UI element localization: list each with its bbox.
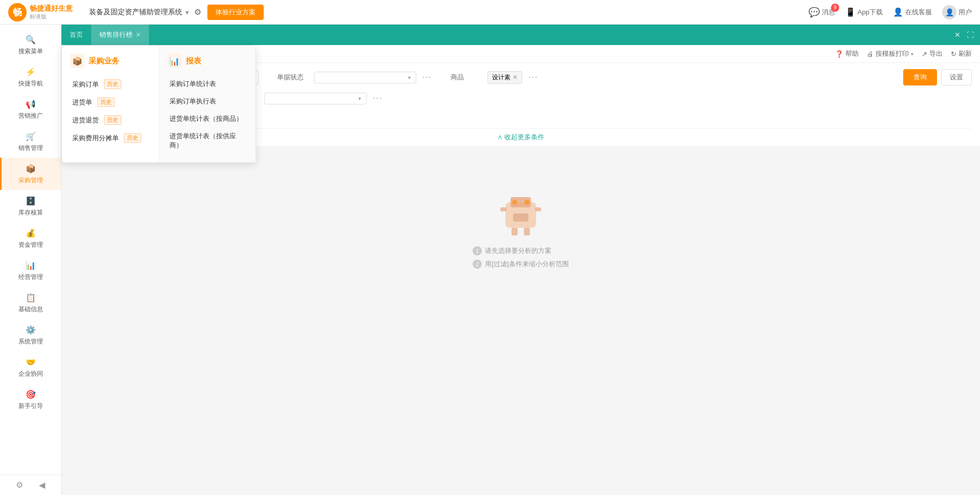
- empty-illustration: [490, 187, 551, 238]
- system-icon: ⚙️: [25, 324, 36, 335]
- salesperson-select[interactable]: ▾: [264, 93, 367, 104]
- menu-col-purchase: 📦 采购业务 采购订单 历史 进货单 历史 进货退货 历史 采购费用分摊单 历史: [62, 46, 159, 162]
- user-avatar: 👤: [942, 5, 956, 19]
- history-badge-1: 历史: [97, 97, 115, 107]
- sidebar-collapse-icon[interactable]: ◀: [39, 480, 45, 490]
- empty-text: 1 请先选择要分析的方案 2 用[过滤]条件来缩小分析范围: [473, 244, 568, 271]
- report-menu-icon: 📊: [167, 54, 182, 68]
- status-select[interactable]: ▾: [314, 72, 416, 83]
- newbie-icon: 🎯: [25, 389, 36, 400]
- quick-nav-icon: ⚡: [25, 66, 36, 77]
- sidebar-item-sales[interactable]: 🛒 销售管理: [0, 125, 61, 158]
- menu-item-po-execution[interactable]: 采购订单执行表: [167, 93, 248, 110]
- sidebar-item-quick-nav[interactable]: ⚡ 快捷导航: [0, 61, 61, 93]
- app-download-btn[interactable]: 📱 App下载: [845, 7, 883, 17]
- system-title: 装备及固定资产辅助管理系统 ▾ ⚙: [89, 7, 201, 17]
- sidebar-item-finance[interactable]: 💰 资金管理: [0, 222, 61, 254]
- logo-text: 畅捷通好生意 标准版: [30, 4, 73, 20]
- settings-btn[interactable]: 设置: [941, 69, 972, 85]
- menu-item-receipt-by-goods[interactable]: 进货单统计表（按商品）: [167, 110, 248, 127]
- enterprise-icon: 🤝: [25, 356, 36, 368]
- menu-col-report-header: 📊 报表: [167, 54, 248, 68]
- svg-rect-8: [524, 228, 530, 235]
- goods-tag-close[interactable]: ✕: [513, 74, 518, 81]
- menu-item-goods-return[interactable]: 进货退货 历史: [70, 111, 151, 129]
- tab-bar: 首页 销售排行榜 ✕ ✕ ⛶: [61, 25, 980, 45]
- help-btn[interactable]: ❓ 帮助: [835, 49, 859, 58]
- tab-bar-right: ✕ ⛶: [948, 25, 980, 45]
- sidebar-item-newbie[interactable]: 🎯 新手引导: [0, 383, 61, 416]
- help-icon: ❓: [835, 50, 843, 58]
- goods-label: 商品: [451, 73, 481, 82]
- system-title-dropdown[interactable]: ▾: [185, 8, 189, 16]
- print-icon: 🖨: [867, 50, 874, 58]
- refresh-icon: ↻: [951, 50, 956, 58]
- export-icon: ↗: [922, 50, 927, 58]
- operations-icon: 📊: [25, 260, 36, 271]
- tab-sales-ranking[interactable]: 销售排行榜 ✕: [91, 25, 149, 45]
- empty-step-2: 2 用[过滤]条件来缩小分析范围: [473, 257, 568, 271]
- online-service-btn[interactable]: 👤 在线客服: [893, 7, 932, 17]
- user-btn[interactable]: 👤 用户: [942, 5, 972, 19]
- basic-icon: 📋: [25, 292, 36, 303]
- goods-more-dots[interactable]: ···: [528, 73, 538, 82]
- history-badge-0: 历史: [104, 79, 121, 89]
- empty-state: 1 请先选择要分析的方案 2 用[过滤]条件来缩小分析范围: [61, 146, 980, 312]
- search-icon: 🔍: [25, 34, 36, 45]
- refresh-btn[interactable]: ↻ 刷新: [951, 49, 972, 58]
- industry-btn[interactable]: 体验行业方案: [207, 5, 264, 20]
- sidebar-item-basic[interactable]: 📋 基础信息: [0, 287, 61, 319]
- tab-expand-icon[interactable]: ⛶: [967, 31, 974, 39]
- dropdown-menu: 📦 采购业务 采购订单 历史 进货单 历史 进货退货 历史 采购费用分摊单 历史…: [61, 45, 256, 163]
- menu-item-goods-receipt[interactable]: 进货单 历史: [70, 93, 151, 111]
- logo-icon: 畅: [8, 3, 27, 21]
- finance-icon: 💰: [25, 227, 36, 239]
- sidebar-item-system[interactable]: ⚙️ 系统管理: [0, 319, 61, 351]
- status-dropdown-arrow: ▾: [408, 75, 411, 80]
- message-btn[interactable]: 💬 9 消息: [808, 7, 835, 18]
- system-settings-icon[interactable]: ⚙: [194, 7, 201, 17]
- sidebar-item-operations[interactable]: 📊 经营管理: [0, 254, 61, 287]
- tab-close-all-icon[interactable]: ✕: [954, 31, 961, 39]
- sidebar-item-purchase[interactable]: 📦 采购管理: [0, 158, 61, 190]
- inventory-icon: 🗄️: [25, 195, 36, 206]
- tab-close-sales-ranking[interactable]: ✕: [136, 31, 141, 38]
- collapse-icon: ∧: [497, 133, 503, 141]
- topbar-right: 💬 9 消息 📱 App下载 👤 在线客服 👤 用户: [808, 5, 972, 19]
- print-dropdown-arrow[interactable]: ▾: [911, 51, 913, 57]
- sales-icon: 🛒: [25, 131, 36, 142]
- svg-rect-5: [500, 207, 506, 211]
- goods-tag: 设计素 ✕: [487, 71, 522, 84]
- status-more-dots[interactable]: ···: [422, 73, 432, 82]
- menu-item-receipt-by-supplier[interactable]: 进货单统计表（按供应商）: [167, 127, 248, 154]
- sidebar-settings-icon[interactable]: ⚙: [16, 480, 23, 490]
- empty-step-1: 1 请先选择要分析的方案: [473, 244, 568, 257]
- purchase-icon: 📦: [25, 163, 36, 174]
- history-badge-3: 历史: [124, 133, 141, 143]
- svg-point-2: [512, 200, 517, 205]
- topbar-left: 畅 畅捷通好生意 标准版 装备及固定资产辅助管理系统 ▾ ⚙ 体验行业方案: [8, 3, 264, 21]
- svg-rect-7: [512, 228, 518, 235]
- tab-home[interactable]: 首页: [61, 25, 91, 45]
- purchase-menu-icon: 📦: [70, 54, 84, 68]
- status-label: 单据状态: [277, 73, 308, 82]
- query-btn[interactable]: 查询: [903, 69, 937, 85]
- sidebar-item-marketing[interactable]: 📢 营销推广: [0, 93, 61, 125]
- template-print-btn[interactable]: 🖨 按模板打印 ▾: [867, 49, 913, 58]
- svg-rect-4: [513, 213, 528, 222]
- export-btn[interactable]: ↗ 导出: [922, 49, 943, 58]
- menu-item-purchase-expense[interactable]: 采购费用分摊单 历史: [70, 129, 151, 147]
- logo-area: 畅 畅捷通好生意 标准版: [8, 3, 73, 21]
- menu-item-purchase-order[interactable]: 采购订单 历史: [70, 75, 151, 93]
- sidebar: 🔍 搜索菜单 ⚡ 快捷导航 📢 营销推广 🛒 销售管理 📦 采购管理 🗄️ 库存…: [0, 25, 61, 495]
- menu-col-purchase-header: 📦 采购业务: [70, 54, 151, 68]
- sidebar-item-search[interactable]: 🔍 搜索菜单: [0, 29, 61, 61]
- svg-rect-6: [535, 207, 541, 211]
- sidebar-bottom: ⚙ ◀: [0, 475, 61, 495]
- salesperson-more-dots[interactable]: ···: [373, 94, 382, 103]
- menu-item-po-summary[interactable]: 采购订单统计表: [167, 75, 248, 93]
- svg-point-3: [524, 200, 529, 205]
- menu-col-report: 📊 报表 采购订单统计表 采购订单执行表 进货单统计表（按商品） 进货单统计表（…: [159, 46, 256, 162]
- sidebar-item-enterprise[interactable]: 🤝 企业协同: [0, 351, 61, 383]
- sidebar-item-inventory[interactable]: 🗄️ 库存核算: [0, 190, 61, 222]
